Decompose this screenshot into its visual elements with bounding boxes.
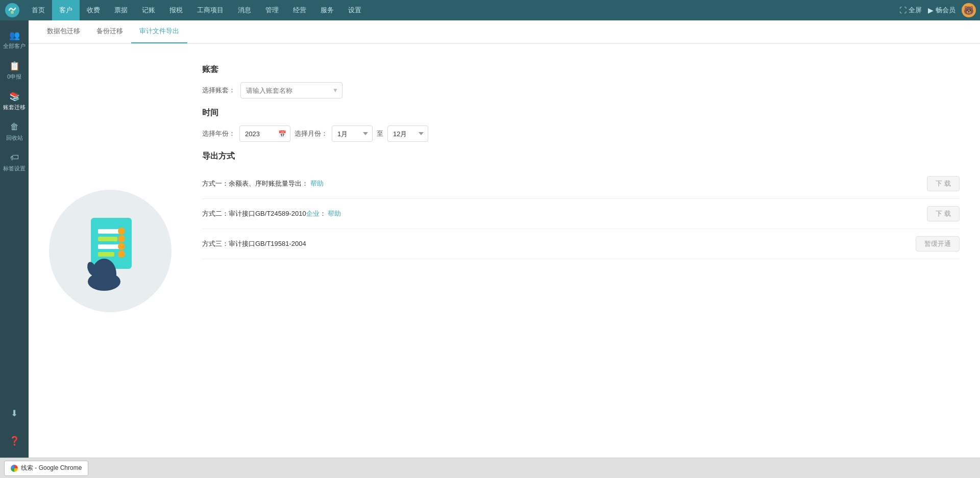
export-section-title: 导出方式 (202, 151, 960, 162)
app-logo[interactable] (4, 2, 20, 18)
account-input-wrapper: ▼ (240, 82, 342, 98)
export-section: 导出方式 方式一：余额表、序时账批量导出： 帮助 下 载 方式二：审计接口GB/… (202, 151, 960, 259)
sidebar-item-all-clients[interactable]: 👥 全部客户 (0, 24, 29, 55)
account-form-row: 选择账套： ▼ (202, 82, 960, 98)
form-area: 账套 选择账套： ▼ 时间 选择年份： (202, 59, 960, 442)
member-label: 畅会员 (936, 6, 955, 15)
end-month-select[interactable]: 1月2月3月4月 5月6月7月8月 9月10月11月12月 (387, 125, 428, 142)
svg-point-1 (11, 11, 14, 14)
chrome-icon (11, 465, 18, 472)
sidebar: 👥 全部客户 📋 0申报 📚 账套迁移 🗑 回收站 🏷 标签设置 ⬇ ❓ (0, 20, 29, 458)
year-input[interactable] (239, 125, 290, 142)
sidebar-item-all-clients-label: 全部客户 (3, 42, 26, 50)
download-icon: ⬇ (9, 408, 20, 419)
nav-message[interactable]: 消息 (231, 0, 258, 20)
tab-data-migration[interactable]: 数据包迁移 (39, 20, 88, 43)
svg-point-8 (118, 235, 125, 242)
sidebar-item-recycle[interactable]: 🗑 回收站 (0, 116, 29, 147)
svg-point-7 (118, 228, 125, 235)
svg-point-0 (5, 3, 19, 17)
export-method-2-colon: ： (320, 210, 326, 217)
export-method-2-download-btn[interactable]: 下 载 (927, 206, 960, 221)
fullscreen-icon: ⛶ (899, 6, 906, 14)
svg-point-10 (118, 250, 125, 258)
time-row: 选择年份： 📅 选择月份： 1月2月3月4月 5月6月7月8月 9月10月11月… (202, 125, 960, 142)
export-method-3-member-btn[interactable]: 暂缓开通 (916, 236, 960, 251)
year-input-wrapper: 📅 (239, 125, 290, 142)
account-input[interactable] (240, 82, 342, 98)
tab-backup-migration[interactable]: 备份迁移 (88, 20, 131, 43)
account-label: 选择账套： (202, 86, 235, 95)
nav-right: ⛶ 全屏 ▶ 畅会员 🐻 (899, 3, 976, 17)
start-month-select[interactable]: 1月2月3月4月 5月6月7月8月 9月10月11月12月 (332, 125, 373, 142)
time-section: 时间 选择年份： 📅 选择月份： 1月2月3月4月 5月6月7月8月 9月10月… (202, 108, 960, 142)
sidebar-item-tag-settings[interactable]: 🏷 标签设置 (0, 147, 29, 178)
audit-illustration (69, 208, 151, 294)
year-label: 选择年份： (202, 129, 235, 138)
account-migration-icon: 📚 (9, 91, 20, 102)
nav-tax[interactable]: 报税 (162, 0, 190, 20)
top-navigation: 首页 客户 收费 票据 记账 报税 工商项目 消息 管理 经营 服务 设置 ⛶ … (0, 0, 980, 20)
nav-invoice[interactable]: 票据 (107, 0, 135, 20)
fullscreen-button[interactable]: ⛶ 全屏 (899, 6, 922, 15)
export-method-1-help[interactable]: 帮助 (310, 180, 324, 187)
svg-rect-5 (98, 244, 120, 249)
taskbar-chrome-item[interactable]: 线索 - Google Chrome (4, 461, 88, 476)
taskbar: 线索 - Google Chrome (0, 458, 980, 478)
sidebar-item-zero-declaration[interactable]: 📋 0申报 (0, 55, 29, 86)
nav-client[interactable]: 客户 (52, 0, 80, 20)
nav-operation[interactable]: 经营 (286, 0, 313, 20)
svg-rect-6 (98, 252, 114, 257)
time-separator: 至 (377, 129, 383, 138)
video-icon: ▶ (928, 6, 934, 14)
tabs-bar: 数据包迁移 备份迁移 审计文件导出 (29, 20, 980, 44)
account-section: 账套 选择账套： ▼ (202, 64, 960, 98)
month-label: 选择月份： (295, 129, 328, 138)
dropdown-arrow-icon: ▼ (332, 87, 338, 94)
all-clients-icon: 👥 (9, 30, 20, 41)
tag-settings-icon: 🏷 (9, 152, 20, 163)
export-method-1-row: 方式一：余额表、序时账批量导出： 帮助 下 载 (202, 169, 960, 199)
sidebar-item-tag-settings-label: 标签设置 (3, 165, 26, 172)
user-avatar[interactable]: 🐻 (962, 3, 976, 17)
time-section-title: 时间 (202, 108, 960, 118)
nav-manage[interactable]: 管理 (258, 0, 286, 20)
export-method-3-label: 方式三：审计接口GB/T19581-2004 (202, 240, 306, 247)
export-method-2-help[interactable]: 帮助 (328, 210, 341, 217)
tab-audit-export[interactable]: 审计文件导出 (131, 20, 187, 43)
export-method-1-text: 方式一：余额表、序时账批量导出： 帮助 (202, 179, 324, 188)
content-area: 数据包迁移 备份迁移 审计文件导出 (29, 20, 980, 458)
export-method-3-text: 方式三：审计接口GB/T19581-2004 (202, 239, 306, 248)
illustration-circle (49, 190, 172, 312)
zero-declaration-icon: 📋 (9, 60, 20, 71)
nav-business[interactable]: 工商项目 (190, 0, 231, 20)
nav-home[interactable]: 首页 (24, 0, 52, 20)
sidebar-item-help[interactable]: ❓ (0, 430, 29, 451)
export-method-1-label: 方式一：余额表、序时账批量导出： (202, 180, 308, 187)
export-method-2-text: 方式二：审计接口GB/T24589-2010企业： 帮助 (202, 209, 341, 218)
sidebar-item-recycle-label: 回收站 (6, 134, 23, 142)
svg-rect-4 (98, 237, 117, 241)
svg-rect-2 (91, 218, 132, 269)
nav-items: 首页 客户 收费 票据 记账 报税 工商项目 消息 管理 经营 服务 设置 (24, 0, 899, 20)
export-method-2-row: 方式二：审计接口GB/T24589-2010企业： 帮助 下 载 (202, 199, 960, 229)
main-layout: 👥 全部客户 📋 0申报 📚 账套迁移 🗑 回收站 🏷 标签设置 ⬇ ❓ (0, 20, 980, 458)
nav-fee[interactable]: 收费 (80, 0, 107, 20)
nav-bookkeeping[interactable]: 记账 (135, 0, 162, 20)
sidebar-item-account-migration[interactable]: 📚 账套迁移 (0, 86, 29, 116)
export-method-3-row: 方式三：审计接口GB/T19581-2004 暂缓开通 (202, 229, 960, 259)
member-button[interactable]: ▶ 畅会员 (928, 6, 955, 15)
nav-settings[interactable]: 设置 (341, 0, 369, 20)
sidebar-item-download[interactable]: ⬇ (0, 402, 29, 424)
fullscreen-label: 全屏 (909, 6, 922, 15)
svg-point-9 (118, 243, 125, 250)
recycle-icon: 🗑 (9, 121, 20, 133)
nav-service[interactable]: 服务 (313, 0, 341, 20)
sidebar-item-account-migration-label: 账套迁移 (3, 104, 26, 111)
export-method-2-company[interactable]: 企业 (306, 210, 320, 217)
taskbar-chrome-label: 线索 - Google Chrome (21, 464, 82, 472)
export-method-1-download-btn[interactable]: 下 载 (927, 176, 960, 191)
sidebar-item-zero-declaration-label: 0申报 (7, 73, 21, 81)
help-icon: ❓ (9, 435, 20, 446)
page-content: 账套 选择账套： ▼ 时间 选择年份： (29, 44, 980, 458)
